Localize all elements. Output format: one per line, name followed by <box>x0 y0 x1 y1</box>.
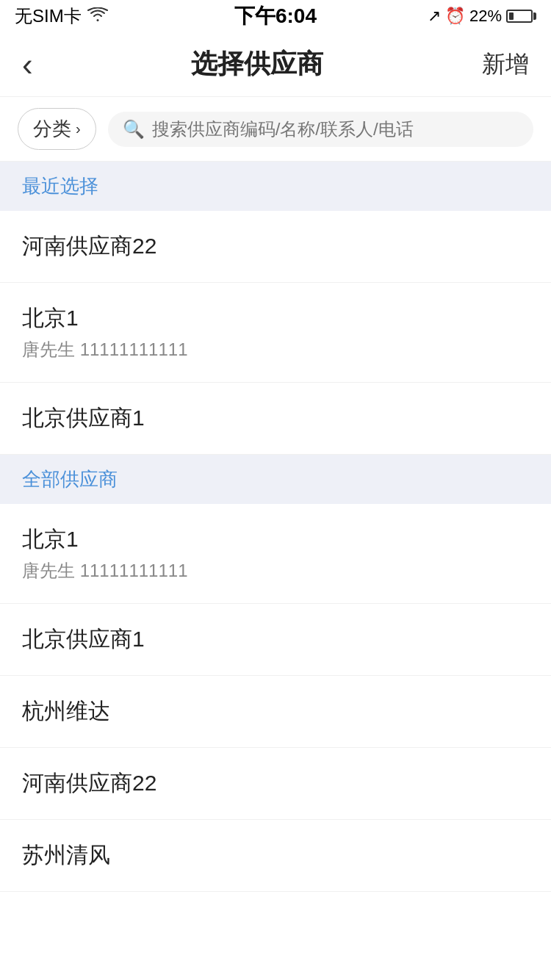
all-item-4[interactable]: 苏州清风 <box>0 820 551 892</box>
status-left: 无SIM卡 <box>15 4 108 28</box>
battery-icon <box>506 10 536 23</box>
all-item-1[interactable]: 北京供应商1 <box>0 604 551 676</box>
back-button[interactable]: ‹ <box>22 46 33 83</box>
all-item-2[interactable]: 杭州维达 <box>0 676 551 748</box>
page-title: 选择供应商 <box>191 46 323 82</box>
category-button[interactable]: 分类 › <box>18 108 96 150</box>
filter-bar: 分类 › 🔍 <box>0 97 551 162</box>
all-item-1-name: 北京供应商1 <box>22 624 529 655</box>
carrier-text: 无SIM卡 <box>15 4 82 28</box>
all-item-0-name: 北京1 <box>22 525 529 555</box>
recent-item-0[interactable]: 河南供应商22 <box>0 211 551 283</box>
recent-item-2-name: 北京供应商1 <box>22 403 529 433</box>
all-item-3-name: 河南供应商22 <box>22 768 529 799</box>
all-item-2-name: 杭州维达 <box>22 696 529 727</box>
status-time: 下午6:04 <box>234 2 317 30</box>
chevron-right-icon: › <box>76 120 81 137</box>
location-icon: ↗ <box>428 7 441 26</box>
all-items-list: 北京1 唐先生 11111111111 北京供应商1 杭州维达 河南供应商22 … <box>0 504 551 892</box>
recent-item-2[interactable]: 北京供应商1 <box>0 383 551 455</box>
nav-bar: ‹ 选择供应商 新增 <box>0 32 551 97</box>
recent-item-1[interactable]: 北京1 唐先生 11111111111 <box>0 283 551 383</box>
recent-section-header: 最近选择 <box>0 162 551 211</box>
all-section-label: 全部供应商 <box>22 468 118 490</box>
category-label: 分类 <box>33 116 71 142</box>
all-item-4-name: 苏州清风 <box>22 840 529 871</box>
recent-section-label: 最近选择 <box>22 175 98 197</box>
search-input[interactable] <box>152 119 519 140</box>
search-icon: 🔍 <box>123 119 145 140</box>
all-item-3[interactable]: 河南供应商22 <box>0 748 551 820</box>
battery-percent: 22% <box>469 7 502 26</box>
all-item-0[interactable]: 北京1 唐先生 11111111111 <box>0 504 551 604</box>
recent-items-list: 河南供应商22 北京1 唐先生 11111111111 北京供应商1 <box>0 211 551 455</box>
recent-item-1-name: 北京1 <box>22 303 529 334</box>
wifi-icon <box>87 6 108 26</box>
back-icon: ‹ <box>22 46 33 83</box>
all-item-0-sub: 唐先生 11111111111 <box>22 559 529 583</box>
status-bar: 无SIM卡 下午6:04 ↗ ⏰ 22% <box>0 0 551 32</box>
all-section-header: 全部供应商 <box>0 455 551 504</box>
add-button[interactable]: 新增 <box>482 48 529 81</box>
status-right: ↗ ⏰ 22% <box>428 7 536 26</box>
recent-item-1-sub: 唐先生 11111111111 <box>22 338 529 361</box>
search-box[interactable]: 🔍 <box>108 112 533 147</box>
recent-item-0-name: 河南供应商22 <box>22 231 529 262</box>
alarm-icon: ⏰ <box>445 7 465 26</box>
